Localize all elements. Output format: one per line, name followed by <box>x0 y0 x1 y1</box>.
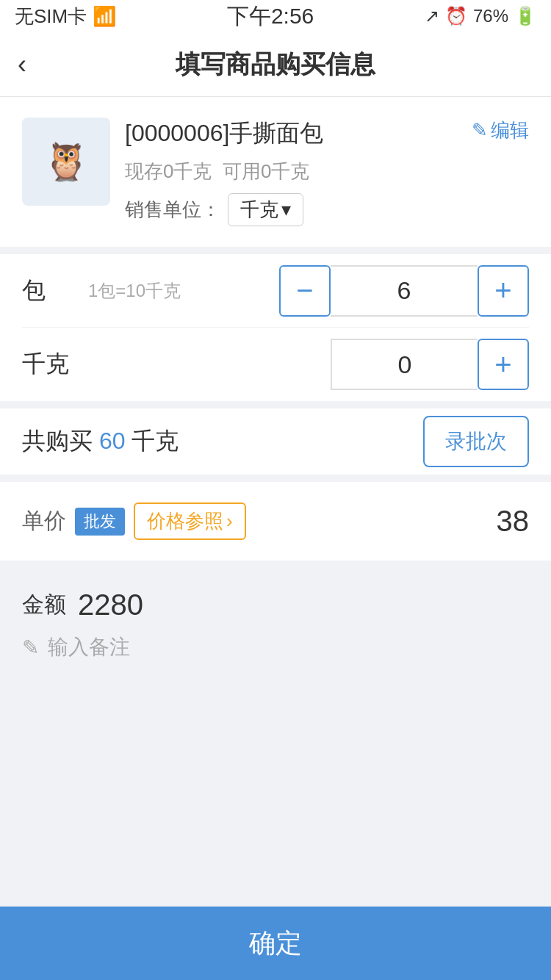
price-reference-button[interactable]: 价格参照 › <box>134 502 246 540</box>
amount-section: 金额 2280 ✎ 输入备注 <box>0 568 551 676</box>
status-time: 下午2:56 <box>227 1 314 32</box>
unit-select[interactable]: 千克 ▾ <box>228 193 303 226</box>
product-name: [0000006]手撕面包 <box>125 118 529 150</box>
quantity-bao-row: 包 1包=10千克 − + <box>22 254 529 328</box>
bao-label: 包 <box>22 275 81 307</box>
price-label: 单价 <box>22 506 66 536</box>
product-image: 🦉 <box>22 118 110 206</box>
price-section: 单价 批发 价格参照 › 38 <box>0 482 551 568</box>
unit-label: 销售单位： <box>125 197 220 223</box>
bao-plus-button[interactable]: + <box>478 265 529 317</box>
product-stock: 现存0千克 可用0千克 <box>125 159 529 184</box>
price-row: 单价 批发 价格参照 › 38 <box>22 502 529 540</box>
bao-minus-button[interactable]: − <box>279 265 331 317</box>
total-amount: 60 <box>99 428 126 454</box>
kg-label: 千克 <box>22 348 81 381</box>
product-card: 🦉 [0000006]手撕面包 现存0千克 可用0千克 销售单位： 千克 ▾ ✎… <box>0 97 551 254</box>
status-left: 无SIM卡 📶 <box>15 4 116 29</box>
kg-controls: + <box>331 339 529 390</box>
pencil-icon: ✎ <box>22 635 39 660</box>
edit-button[interactable]: ✎ 编辑 <box>472 118 529 143</box>
quantity-kg-row: 千克 + <box>22 328 529 401</box>
kg-plus-button[interactable]: + <box>478 339 529 390</box>
total-row: 共购买 60 千克 录批次 <box>0 408 551 482</box>
edit-icon: ✎ <box>472 119 488 142</box>
price-left: 单价 批发 价格参照 › <box>22 502 246 540</box>
wifi-icon: 📶 <box>93 5 116 28</box>
alarm-icon: ⏰ <box>445 6 467 26</box>
batch-button[interactable]: 录批次 <box>423 416 529 467</box>
product-unit-row: 销售单位： 千克 ▾ <box>125 193 529 226</box>
status-bar: 无SIM卡 📶 下午2:56 ↗ ⏰ 76% 🔋 <box>0 0 551 32</box>
batch-tag: 批发 <box>75 508 125 536</box>
battery-text: 76% <box>473 6 508 26</box>
note-row[interactable]: ✎ 输入备注 <box>22 633 529 661</box>
bao-controls: − + <box>279 265 529 317</box>
kg-quantity-input[interactable] <box>331 339 478 390</box>
note-placeholder: 输入备注 <box>48 633 130 661</box>
product-info: [0000006]手撕面包 现存0千克 可用0千克 销售单位： 千克 ▾ <box>125 118 529 226</box>
location-icon: ↗ <box>425 6 439 26</box>
confirm-bar[interactable]: 确定 <box>0 907 551 980</box>
battery-icon: 🔋 <box>514 6 536 26</box>
bao-hint: 1包=10千克 <box>88 279 279 303</box>
status-right: ↗ ⏰ 76% 🔋 <box>425 6 536 26</box>
chevron-right-icon: › <box>226 510 233 533</box>
back-button[interactable]: ‹ <box>18 49 26 80</box>
amount-label: 金额 <box>22 590 66 620</box>
carrier-text: 无SIM卡 <box>15 4 87 29</box>
confirm-button[interactable]: 确定 <box>249 926 302 962</box>
chevron-down-icon: ▾ <box>281 198 291 221</box>
product-logo-icon: 🦉 <box>43 140 89 183</box>
amount-row: 金额 2280 <box>22 588 529 621</box>
amount-value: 2280 <box>78 588 143 621</box>
total-text: 共购买 60 千克 <box>22 425 179 458</box>
nav-bar: ‹ 填写商品购买信息 <box>0 32 551 97</box>
bao-quantity-input[interactable] <box>331 265 478 317</box>
price-value: 38 <box>497 505 530 538</box>
quantity-section: 包 1包=10千克 − + 千克 + <box>0 254 551 408</box>
page-title: 填写商品购买信息 <box>176 48 375 82</box>
